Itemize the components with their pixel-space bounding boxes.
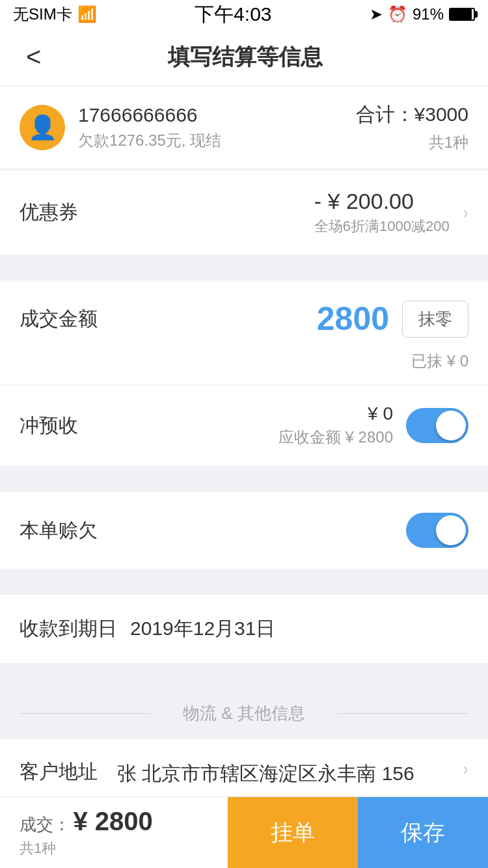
customer-phone: 17666666666 — [78, 104, 221, 126]
divider-line-left — [20, 713, 150, 714]
section-divider-3 — [0, 582, 488, 595]
location-icon: ➤ — [370, 5, 383, 23]
debt-label: 本单赊欠 — [20, 517, 98, 544]
bottom-count: 共1种 — [20, 839, 208, 858]
customer-left: 👤 17666666666 欠款1276.35元, 现结 — [20, 104, 221, 151]
bottom-info: 成交： ¥ 2800 共1种 — [0, 797, 228, 868]
battery-icon — [449, 8, 475, 21]
avatar: 👤 — [20, 105, 65, 150]
chevron-right-icon: › — [463, 202, 468, 223]
rounded-sub: 已抹 ¥ 0 — [0, 351, 488, 385]
customer-card: 👤 17666666666 欠款1276.35元, 现结 合计：¥3000 共1… — [0, 86, 488, 169]
save-button-label: 保存 — [401, 818, 445, 848]
alarm-icon: ⏰ — [388, 5, 407, 23]
sim-label: 无SIM卡 — [13, 4, 72, 25]
total-amount: 合计：¥3000 — [356, 102, 468, 128]
section-divider-1 — [0, 267, 488, 280]
customer-info: 17666666666 欠款1276.35元, 现结 — [78, 104, 221, 151]
amount-row: 成交金额 2800 抹零 — [0, 280, 488, 351]
status-right: ➤ ⏰ 91% — [370, 5, 475, 23]
hold-button-label: 挂单 — [271, 818, 315, 848]
coupon-right: - ¥ 200.00 全场6折满1000减200 › — [314, 189, 468, 236]
due-date-label: 收款到期日 — [20, 616, 117, 642]
total-label: 合计： — [356, 103, 414, 125]
avatar-icon: 👤 — [28, 114, 57, 141]
coupon-discount: - ¥ 200.00 — [314, 189, 450, 214]
status-left: 无SIM卡 📶 — [13, 4, 97, 25]
prepay-row: 冲预收 ¥ 0 应收金额 ¥ 2800 — [0, 385, 488, 466]
bottom-deal-label: 成交： — [20, 815, 70, 834]
total-value: ¥3000 — [414, 103, 468, 125]
nav-bar: < 填写结算等信息 — [0, 29, 488, 86]
prepay-amount: ¥ 0 — [278, 403, 393, 424]
amount-right: 2800 抹零 — [317, 300, 468, 338]
wifi-icon: 📶 — [77, 5, 97, 23]
debt-toggle[interactable] — [406, 513, 468, 548]
logistics-label: 物流 & 其他信息 — [183, 702, 305, 725]
round-button[interactable]: 抹零 — [402, 301, 468, 338]
deal-amount: 2800 — [317, 300, 389, 338]
hold-button[interactable]: 挂单 — [228, 797, 358, 868]
back-button[interactable]: < — [20, 36, 47, 78]
coupon-info: - ¥ 200.00 全场6折满1000减200 — [314, 189, 450, 236]
total-count: 共1种 — [356, 132, 468, 153]
prepay-toggle[interactable] — [406, 408, 468, 443]
bottom-deal-line: 成交： ¥ 2800 — [20, 807, 208, 836]
due-date-value: 2019年12月31日 — [130, 616, 275, 642]
section-divider-2 — [0, 479, 488, 492]
divider-line-right — [338, 713, 468, 714]
deal-section: 成交金额 2800 抹零 已抹 ¥ 0 冲预收 ¥ 0 应收金额 ¥ 2800 — [0, 280, 488, 466]
address-chevron-icon: › — [463, 759, 468, 780]
battery-percent: 91% — [413, 5, 444, 23]
prepay-info: ¥ 0 应收金额 ¥ 2800 — [278, 403, 393, 448]
bottom-amount: ¥ 2800 — [73, 807, 152, 835]
status-time: 下午4:03 — [195, 1, 271, 28]
coupon-desc: 全场6折满1000减200 — [314, 217, 450, 236]
status-bar: 无SIM卡 📶 下午4:03 ➤ ⏰ 91% — [0, 0, 488, 29]
customer-total: 合计：¥3000 共1种 — [356, 102, 468, 153]
prepay-sub: 应收金额 ¥ 2800 — [278, 427, 393, 448]
bottom-bar: 成交： ¥ 2800 共1种 挂单 保存 — [0, 796, 488, 868]
prepay-label: 冲预收 — [20, 413, 78, 439]
save-button[interactable]: 保存 — [358, 797, 488, 868]
page-title: 填写结算等信息 — [47, 42, 442, 72]
section-divider-4 — [0, 676, 488, 689]
coupon-label: 优惠券 — [20, 199, 78, 226]
due-date-row: 收款到期日 2019年12月31日 — [0, 595, 488, 663]
deal-label: 成交金额 — [20, 306, 98, 332]
debt-row: 本单赊欠 — [0, 492, 488, 569]
coupon-row[interactable]: 优惠券 - ¥ 200.00 全场6折满1000减200 › — [0, 170, 488, 254]
prepay-right: ¥ 0 应收金额 ¥ 2800 — [278, 403, 468, 448]
address-label: 客户地址 — [20, 759, 98, 785]
customer-debt: 欠款1276.35元, 现结 — [78, 130, 221, 151]
logistics-section-header: 物流 & 其他信息 — [0, 689, 488, 738]
